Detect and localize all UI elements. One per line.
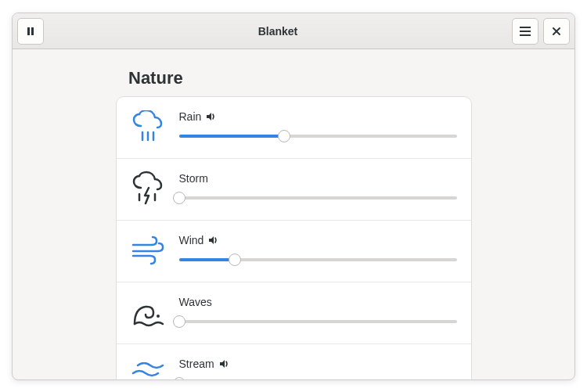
pause-icon: [26, 27, 35, 36]
content-area: Nature Rain: [13, 49, 574, 379]
storm-icon: [128, 170, 168, 207]
sound-label: Waves: [179, 296, 212, 308]
svg-rect-0: [27, 27, 30, 35]
speaker-icon: [206, 112, 217, 121]
hamburger-icon: [520, 27, 531, 36]
sound-row-waves: Waves: [117, 282, 471, 344]
waves-icon: [128, 293, 168, 331]
speaker-icon: [219, 359, 230, 369]
sound-list: Rain: [116, 96, 472, 379]
close-icon: [552, 27, 561, 36]
sound-row-wind: Wind: [117, 221, 471, 282]
stream-icon: [128, 355, 168, 379]
svg-point-10: [157, 315, 160, 318]
close-button[interactable]: [543, 18, 570, 45]
sound-label: Storm: [179, 172, 208, 185]
window-title: Blanket: [44, 25, 512, 38]
headerbar: Blanket: [13, 13, 574, 49]
svg-rect-1: [31, 27, 34, 35]
sound-label: Rain: [179, 110, 202, 123]
sound-label: Wind: [179, 234, 204, 246]
rain-icon: [128, 108, 168, 146]
sound-row-storm: Storm: [117, 159, 471, 221]
volume-slider-stream[interactable]: [179, 376, 457, 379]
sound-row-rain: Rain: [117, 97, 471, 159]
app-window: Blanket Nature Rain: [12, 13, 575, 380]
speaker-icon: [208, 236, 219, 245]
pause-button[interactable]: [17, 18, 44, 45]
volume-slider-storm[interactable]: [179, 191, 457, 205]
volume-slider-waves[interactable]: [179, 315, 457, 329]
volume-slider-wind[interactable]: [179, 253, 457, 267]
sound-label: Stream: [179, 358, 214, 370]
sound-row-stream: Stream: [117, 344, 471, 379]
menu-button[interactable]: [512, 18, 538, 45]
svg-rect-3: [520, 31, 531, 32]
section-title: Nature: [128, 68, 574, 88]
svg-rect-4: [520, 34, 531, 36]
volume-slider-rain[interactable]: [179, 129, 457, 143]
wind-icon: [128, 232, 168, 269]
svg-rect-2: [520, 27, 531, 28]
